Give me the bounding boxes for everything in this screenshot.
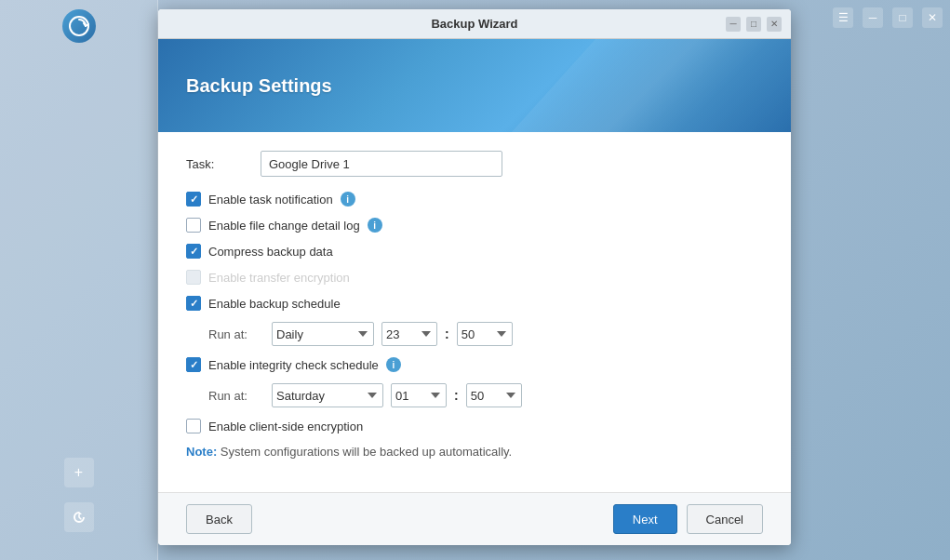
window-minimize-button[interactable]: ─ <box>726 17 741 32</box>
task-row: Task: <box>186 151 763 177</box>
enable-backup-schedule-label: Enable backup schedule <box>208 297 341 311</box>
desktop-controls: ☰ ─ □ ✕ <box>833 7 943 28</box>
backup-time-colon: : <box>445 327 449 341</box>
enable-transfer-encryption-label: Enable transfer encryption <box>208 271 350 285</box>
integrity-run-at-label: Run at: <box>208 389 264 403</box>
wizard-header: Backup Settings <box>158 39 791 132</box>
compress-backup-checkbox[interactable] <box>186 244 201 259</box>
integrity-hour-select[interactable]: 01 <box>391 383 447 407</box>
backup-run-at-label: Run at: <box>208 327 264 341</box>
next-button[interactable]: Next <box>613 504 677 534</box>
window-maximize-button[interactable]: □ <box>746 17 761 32</box>
task-label: Task: <box>186 157 261 171</box>
taskbar-bottom: + <box>64 458 94 532</box>
enable-integrity-check-info-icon[interactable]: i <box>386 357 401 372</box>
back-button[interactable]: Back <box>186 504 252 534</box>
integrity-check-run-at-row: Run at: Saturday Sunday Monday 01 : 50 <box>208 383 763 407</box>
enable-task-notification-row: Enable task notification i <box>186 192 763 207</box>
enable-integrity-check-label: Enable integrity check schedule <box>208 358 379 372</box>
backup-hour-select[interactable]: 23 <box>381 322 437 346</box>
backup-wizard-window: Backup Wizard ─ □ ✕ Backup Settings Task… <box>158 9 791 545</box>
backup-minute-select[interactable]: 50 <box>457 322 513 346</box>
note-row: Note: System configurations will be back… <box>186 445 763 459</box>
window-controls: ─ □ ✕ <box>726 17 782 32</box>
enable-task-notification-label: Enable task notification <box>208 193 333 207</box>
desktop-ctrl-max[interactable]: □ <box>892 7 913 28</box>
enable-client-encryption-checkbox[interactable] <box>186 419 201 433</box>
window-title: Backup Wizard <box>223 17 726 31</box>
wizard-header-title: Backup Settings <box>186 75 332 97</box>
enable-client-encryption-row: Enable client-side encryption <box>186 419 763 433</box>
backup-frequency-select[interactable]: Daily Weekly Monthly <box>272 322 374 346</box>
enable-backup-schedule-row: Enable backup schedule <box>186 296 763 311</box>
history-button[interactable] <box>64 502 94 532</box>
app-logo <box>62 9 96 43</box>
note-text: System configurations will be backed up … <box>221 445 512 459</box>
cancel-button[interactable]: Cancel <box>687 504 763 534</box>
enable-transfer-encryption-checkbox[interactable] <box>186 270 201 285</box>
desktop: + ☰ ─ □ ✕ Backup Wizard ─ □ ✕ <box>0 0 950 560</box>
desktop-ctrl-close[interactable]: ✕ <box>922 7 943 28</box>
integrity-minute-select[interactable]: 50 <box>466 383 522 407</box>
backup-schedule-run-at-row: Run at: Daily Weekly Monthly 23 : 50 <box>208 322 763 346</box>
enable-task-notification-info-icon[interactable]: i <box>341 192 355 207</box>
enable-task-notification-checkbox[interactable] <box>186 192 201 207</box>
enable-file-change-info-icon[interactable]: i <box>368 218 382 233</box>
wizard-footer: Back Next Cancel <box>158 492 791 545</box>
compress-backup-row: Compress backup data <box>186 244 763 259</box>
window-titlebar: Backup Wizard ─ □ ✕ <box>158 9 791 39</box>
task-input[interactable] <box>261 151 502 177</box>
note-label: Note: <box>186 445 217 459</box>
enable-client-encryption-label: Enable client-side encryption <box>208 420 363 433</box>
enable-file-change-row: Enable file change detail log i <box>186 218 763 233</box>
taskbar: + <box>0 0 158 560</box>
enable-integrity-check-row: Enable integrity check schedule i <box>186 357 763 372</box>
integrity-time-colon: : <box>454 388 459 403</box>
enable-transfer-encryption-row: Enable transfer encryption <box>186 270 763 285</box>
enable-integrity-check-checkbox[interactable] <box>186 357 201 372</box>
footer-right-buttons: Next Cancel <box>613 504 763 534</box>
compress-backup-label: Compress backup data <box>208 245 333 259</box>
add-button[interactable]: + <box>64 458 94 487</box>
enable-backup-schedule-checkbox[interactable] <box>186 296 201 311</box>
desktop-ctrl-min[interactable]: ─ <box>863 7 883 28</box>
desktop-ctrl-menu[interactable]: ☰ <box>833 7 853 28</box>
wizard-content: Task: Enable task notification i Enable … <box>158 132 791 492</box>
enable-file-change-checkbox[interactable] <box>186 218 201 233</box>
enable-file-change-label: Enable file change detail log <box>208 219 360 233</box>
window-close-button[interactable]: ✕ <box>767 17 782 32</box>
integrity-day-select[interactable]: Saturday Sunday Monday <box>272 383 383 407</box>
